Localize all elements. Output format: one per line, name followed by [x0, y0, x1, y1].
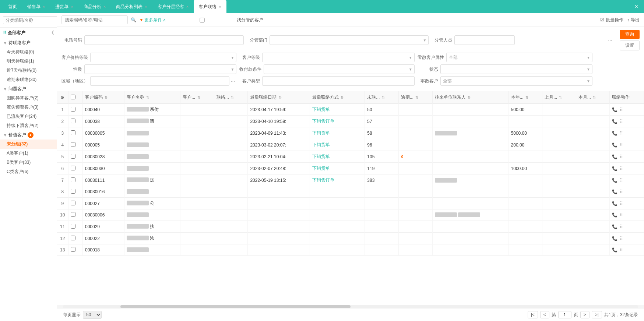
- region-input[interactable]: [90, 76, 229, 86]
- cell-checkbox[interactable]: [68, 127, 82, 139]
- more-action-icon[interactable]: ⠿: [620, 189, 623, 194]
- cell-checkbox[interactable]: [68, 186, 82, 198]
- more-action-icon[interactable]: ⠿: [620, 107, 623, 112]
- close-app-button[interactable]: ×: [632, 3, 641, 10]
- sidebar-group-value[interactable]: ▼ 价值客户 ●: [0, 130, 57, 140]
- tab-product-analysis-list[interactable]: 商品分析列表 ×: [111, 0, 152, 13]
- more-action-icon[interactable]: ⠿: [620, 212, 623, 218]
- cell-checkbox[interactable]: [68, 209, 82, 221]
- page-number-input[interactable]: [558, 311, 571, 318]
- sidebar-search-input[interactable]: [3, 16, 57, 24]
- phone-action-icon[interactable]: 📞: [612, 247, 617, 253]
- my-customers-checkbox[interactable]: [169, 18, 235, 22]
- sort-lastmonth-icon[interactable]: ⇅: [559, 95, 562, 99]
- more-action-icon[interactable]: ⠿: [620, 166, 623, 171]
- horizontal-scrollbar[interactable]: [63, 305, 638, 308]
- contact-method-link[interactable]: 下销货单: [312, 142, 330, 147]
- cell-checkbox[interactable]: [68, 139, 82, 151]
- sidebar-group-pending[interactable]: ▼ 待联络客户: [0, 38, 57, 47]
- cell-checkbox[interactable]: [68, 221, 82, 233]
- cell-last-contact-method[interactable]: [310, 209, 365, 221]
- phone-action-icon[interactable]: 📞: [612, 212, 617, 218]
- row-checkbox[interactable]: [71, 189, 75, 194]
- cell-last-contact-method[interactable]: [310, 244, 365, 256]
- more-action-icon[interactable]: ⠿: [620, 178, 623, 183]
- contact-method-link[interactable]: 下销货单: [312, 107, 330, 112]
- search-input[interactable]: [61, 15, 128, 24]
- customer-type-input[interactable]: [262, 76, 414, 86]
- cell-checkbox[interactable]: [68, 198, 82, 209]
- row-checkbox[interactable]: [71, 154, 75, 159]
- price-level-select[interactable]: [90, 53, 236, 62]
- more-action-icon[interactable]: ⠿: [620, 154, 623, 159]
- phone-action-icon[interactable]: 📞: [612, 142, 617, 148]
- row-checkbox[interactable]: [71, 130, 75, 135]
- more-action-icon[interactable]: ⠿: [620, 247, 623, 253]
- row-checkbox[interactable]: [71, 224, 75, 229]
- phone-action-icon[interactable]: 📞: [612, 201, 617, 206]
- more-action-icon[interactable]: ⠿: [620, 119, 623, 124]
- batch-ops-button[interactable]: ☑ 批量操作: [600, 17, 623, 23]
- sort-name-icon[interactable]: ⇅: [146, 95, 149, 99]
- cell-last-contact-method[interactable]: [310, 186, 365, 198]
- cell-checkbox[interactable]: [68, 116, 82, 127]
- close-customer-segment-tab[interactable]: ×: [186, 4, 189, 9]
- close-product-analysis-tab[interactable]: ×: [103, 4, 106, 9]
- more-action-icon[interactable]: ⠿: [620, 142, 623, 148]
- reset-button[interactable]: 设置: [620, 40, 640, 50]
- sort-contact-icon[interactable]: ⇅: [231, 95, 234, 99]
- sidebar-item-7days-pending[interactable]: 近7天待联络(0): [0, 66, 57, 75]
- cell-last-contact-method[interactable]: 下销货单: [310, 163, 365, 174]
- cell-last-contact-method[interactable]: 下销售订单: [310, 116, 365, 127]
- sort-overdue-icon[interactable]: ⇅: [415, 95, 418, 99]
- contact-method-link[interactable]: 下销售订单: [312, 177, 334, 183]
- sort-date-icon[interactable]: ⇅: [279, 95, 282, 99]
- th-checkbox[interactable]: [68, 91, 82, 104]
- row-checkbox[interactable]: [71, 247, 75, 252]
- cell-last-contact-method[interactable]: [310, 221, 365, 233]
- status-select[interactable]: [440, 64, 592, 74]
- sidebar-item-tomorrow-pending[interactable]: 明天待联络(1): [0, 57, 57, 66]
- scrollbar-thumb[interactable]: [120, 305, 351, 308]
- sidebar-item-churned[interactable]: 已流失客户(24): [0, 112, 57, 121]
- cell-last-contact-method[interactable]: 下销货单: [310, 139, 365, 151]
- sort-month-icon[interactable]: ⇅: [593, 95, 596, 99]
- phone-action-icon[interactable]: 📞: [612, 107, 617, 112]
- cell-last-contact-method[interactable]: [310, 233, 365, 244]
- close-customer-contact-tab[interactable]: ×: [219, 4, 221, 9]
- sparse-attr-select[interactable]: 全部: [446, 53, 592, 62]
- phone-action-icon[interactable]: 📞: [612, 119, 617, 124]
- contact-method-link[interactable]: 下销货单: [312, 130, 330, 135]
- more-action-icon[interactable]: ⠿: [620, 201, 623, 206]
- phone-action-icon[interactable]: 📞: [612, 189, 617, 194]
- phone-action-icon[interactable]: 📞: [612, 236, 617, 241]
- query-button[interactable]: 查询: [620, 30, 640, 39]
- sort-code-icon[interactable]: ⇅: [105, 95, 108, 99]
- row-checkbox[interactable]: [71, 201, 75, 205]
- tab-product-analysis[interactable]: 商品分析 ×: [78, 0, 111, 13]
- sidebar-item-c-class[interactable]: C类客户(6): [0, 167, 57, 176]
- cell-last-contact-method[interactable]: 下销货单: [310, 104, 365, 116]
- select-all-checkbox[interactable]: [71, 95, 75, 99]
- tab-home[interactable]: 首页: [3, 0, 22, 13]
- person-dots-button[interactable]: ···: [606, 37, 614, 43]
- cell-last-contact-method[interactable]: [310, 198, 365, 209]
- sidebar-item-b-class[interactable]: B类客户(33): [0, 158, 57, 167]
- tab-customer-segment[interactable]: 客户分层经客 ×: [152, 0, 194, 13]
- sidebar-item-ungroup[interactable]: 未分组(32): [0, 140, 57, 149]
- cell-checkbox[interactable]: [68, 244, 82, 256]
- row-checkbox[interactable]: [71, 212, 75, 217]
- payment-select[interactable]: [264, 64, 414, 74]
- sort-year-icon[interactable]: ⇅: [525, 95, 528, 99]
- nature-select[interactable]: [84, 64, 236, 74]
- cell-checkbox[interactable]: [68, 174, 82, 186]
- row-checkbox[interactable]: [71, 236, 75, 240]
- my-customers-filter[interactable]: 我分管的客户: [169, 17, 263, 23]
- sidebar-item-overdue-pending[interactable]: 逾期未联络(30): [0, 75, 57, 84]
- cell-checkbox[interactable]: [68, 163, 82, 174]
- row-checkbox[interactable]: [71, 177, 75, 182]
- next-page-button[interactable]: >: [580, 311, 590, 318]
- phone-action-icon[interactable]: 📞: [612, 224, 617, 229]
- contact-method-link[interactable]: 下销货单: [312, 166, 330, 171]
- last-page-button[interactable]: >|: [592, 311, 602, 318]
